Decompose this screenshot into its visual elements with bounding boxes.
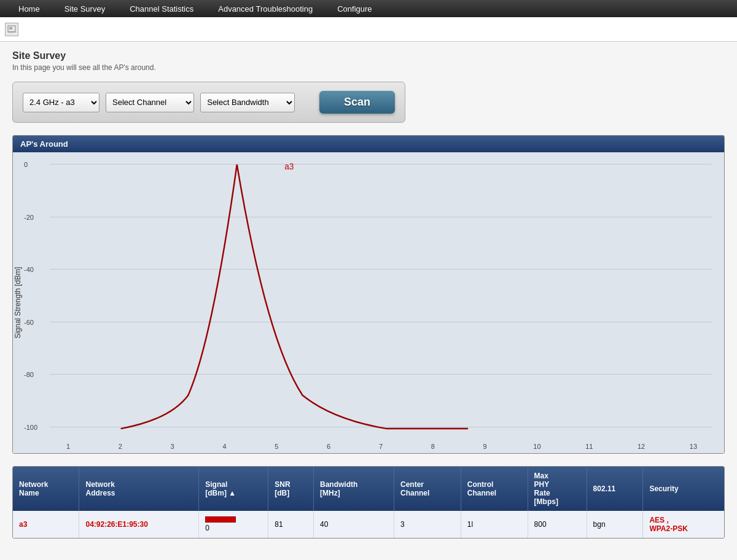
- logo-bar: [0, 17, 737, 42]
- x-label-11: 11: [577, 443, 601, 450]
- x-label-3: 3: [160, 443, 185, 450]
- signal-bar-container: 0: [205, 516, 262, 532]
- frequency-select[interactable]: 2.4 GHz - a3 5 GHz: [23, 93, 99, 112]
- cell-dot11: bgn: [587, 511, 643, 538]
- x-label-2: 2: [108, 443, 133, 450]
- x-axis: 1 2 3 4 5 6 7 8 9 10 11 12 13: [50, 443, 712, 450]
- x-label-7: 7: [368, 443, 393, 450]
- page-content: Site Survey In this page you will see al…: [0, 42, 737, 560]
- chart-section: AP's Around Signal Strength [dBm] 0 -20 …: [12, 135, 725, 454]
- col-control-channel: ControlChannel: [461, 467, 528, 511]
- col-dot11: 802.11: [587, 467, 643, 511]
- x-label-4: 4: [212, 443, 236, 450]
- bandwidth-select[interactable]: Select Bandwidth: [200, 93, 295, 112]
- x-label-13: 13: [681, 443, 706, 450]
- chart-area: Signal Strength [dBm] 0 -20 -40 -60 -80 …: [13, 152, 724, 453]
- cell-max-phy-rate: 800: [528, 511, 587, 538]
- col-security: Security: [643, 467, 724, 511]
- data-table: NetworkName NetworkAddress Signal[dBm] ▲…: [13, 467, 724, 538]
- cell-network-name: a3: [13, 511, 79, 538]
- cell-center-channel: 3: [394, 511, 461, 538]
- logo-icon: [5, 23, 18, 36]
- nav-configure[interactable]: Configure: [325, 0, 384, 17]
- x-label-8: 8: [421, 443, 445, 450]
- nav-site-survey[interactable]: Site Survey: [52, 0, 117, 17]
- col-network-name: NetworkName: [13, 467, 79, 511]
- signal-value: 0: [205, 524, 262, 532]
- cell-security: AES ,WPA2-PSK: [643, 511, 724, 538]
- scan-button[interactable]: Scan: [319, 91, 395, 114]
- x-label-12: 12: [629, 443, 653, 450]
- chart-inner: 0 -20 -40 -60 -80 -100 a3 1: [50, 158, 712, 435]
- table-section: NetworkName NetworkAddress Signal[dBm] ▲…: [12, 466, 725, 539]
- x-label-9: 9: [473, 443, 497, 450]
- x-label-5: 5: [264, 443, 289, 450]
- svg-rect-1: [9, 27, 12, 29]
- channel-select[interactable]: Select Channel: [106, 93, 194, 112]
- col-network-address: NetworkAddress: [79, 467, 199, 511]
- nav-channel-statistics[interactable]: Channel Statistics: [117, 0, 206, 17]
- page-title: Site Survey: [12, 50, 725, 61]
- page-subtitle: In this page you will see all the AP's a…: [12, 63, 725, 72]
- cell-bandwidth: 40: [314, 511, 394, 538]
- cell-snr: 81: [268, 511, 314, 538]
- y-axis-label: Signal Strength [dBm]: [14, 267, 22, 339]
- svg-text:a3: a3: [284, 162, 294, 171]
- x-label-1: 1: [56, 443, 80, 450]
- navbar: Home Site Survey Channel Statistics Adva…: [0, 0, 737, 17]
- chart-svg: a3: [50, 158, 712, 435]
- col-snr: SNR[dB]: [268, 467, 314, 511]
- col-signal: Signal[dBm] ▲: [199, 467, 268, 511]
- x-label-10: 10: [524, 443, 549, 450]
- cell-control-channel: 1l: [461, 511, 528, 538]
- signal-bar: [205, 516, 236, 523]
- table-header-row: NetworkName NetworkAddress Signal[dBm] ▲…: [13, 467, 724, 511]
- controls-box: 2.4 GHz - a3 5 GHz Select Channel Select…: [12, 82, 405, 123]
- nav-advanced-troubleshooting[interactable]: Advanced Troubleshooting: [206, 0, 325, 17]
- x-label-6: 6: [316, 443, 341, 450]
- cell-signal: 0: [199, 511, 268, 538]
- col-center-channel: CenterChannel: [394, 467, 461, 511]
- cell-network-address: 04:92:26:E1:95:30: [79, 511, 199, 538]
- col-max-phy-rate: MaxPHYRate[Mbps]: [528, 467, 587, 511]
- chart-header: AP's Around: [13, 136, 724, 152]
- nav-home[interactable]: Home: [6, 0, 52, 17]
- table-row: a3 04:92:26:E1:95:30 0 81 40 3 1l 800 bg…: [13, 511, 724, 538]
- col-bandwidth: Bandwidth[MHz]: [314, 467, 394, 511]
